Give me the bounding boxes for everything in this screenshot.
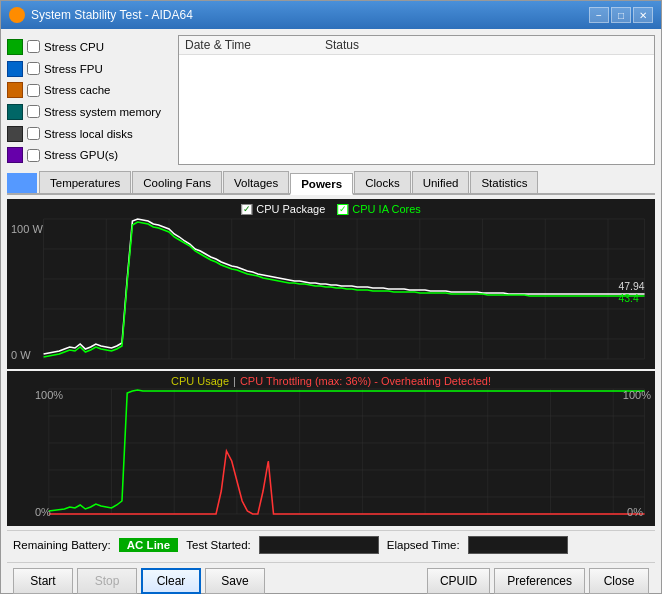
pct-0-right: 0% xyxy=(627,506,643,518)
cpu-usage-legend-label: CPU Usage xyxy=(171,375,229,387)
cpuid-button[interactable]: CPUID xyxy=(427,568,490,594)
stress-gpu-item: Stress GPU(s) xyxy=(7,145,172,165)
stress-fpu-label: Stress FPU xyxy=(44,63,103,75)
stress-cpu-checkbox[interactable] xyxy=(27,40,40,53)
svg-text:47.94: 47.94 xyxy=(618,281,644,292)
chart-top-y-min: 0 W xyxy=(11,349,31,361)
pct-100-left: 100% xyxy=(35,389,63,401)
log-panel: Date & Time Status xyxy=(178,35,655,165)
test-started-label: Test Started: xyxy=(186,539,251,551)
stress-fpu-item: Stress FPU xyxy=(7,59,172,79)
close-button[interactable]: Close xyxy=(589,568,649,594)
stress-fpu-checkbox[interactable] xyxy=(27,62,40,75)
stress-memory-item: Stress system memory xyxy=(7,102,172,122)
tab-voltages[interactable]: Voltages xyxy=(223,171,289,193)
cpu-usage-chart: CPU Usage | CPU Throttling (max: 36%) - … xyxy=(7,371,655,526)
ac-line-badge: AC Line xyxy=(119,538,178,552)
chart-top-y-max: 100 W xyxy=(11,223,43,235)
stress-disks-icon xyxy=(7,126,23,142)
tab-unified[interactable]: Unified xyxy=(412,171,470,193)
window-controls: − □ ✕ xyxy=(589,7,653,23)
log-datetime-col: Date & Time xyxy=(185,38,325,52)
maximize-button[interactable]: □ xyxy=(611,7,631,23)
right-buttons: CPUID Preferences Close xyxy=(427,568,649,594)
main-window: System Stability Test - AIDA64 − □ ✕ Str… xyxy=(0,0,662,594)
legend-cpu-ia-label: CPU IA Cores xyxy=(352,203,420,215)
stress-cache-label: Stress cache xyxy=(44,84,110,96)
stress-cache-icon xyxy=(7,82,23,98)
legend-cpu-package-label: CPU Package xyxy=(256,203,325,215)
charts-section: ✓ CPU Package ✓ CPU IA Cores 100 W 0 W xyxy=(7,199,655,526)
status-bar: Remaining Battery: AC Line Test Started:… xyxy=(7,530,655,558)
battery-label: Remaining Battery: xyxy=(13,539,111,551)
legend-cpu-ia-cores: ✓ CPU IA Cores xyxy=(337,203,420,215)
tab-active-indicator xyxy=(7,173,37,193)
stop-button[interactable]: Stop xyxy=(77,568,137,594)
throttle-legend-label: CPU Throttling (max: 36%) - Overheating … xyxy=(240,375,491,387)
power-chart-svg: 47.94 43.4 xyxy=(7,199,655,369)
window-title: System Stability Test - AIDA64 xyxy=(31,8,589,22)
stress-gpu-label: Stress GPU(s) xyxy=(44,149,118,161)
test-started-value xyxy=(259,536,379,554)
left-buttons: Start Stop Clear Save xyxy=(13,568,265,594)
top-section: Stress CPU Stress FPU Stress cache Stres… xyxy=(7,35,655,165)
tab-statistics[interactable]: Statistics xyxy=(470,171,538,193)
stress-memory-icon xyxy=(7,104,23,120)
stress-gpu-checkbox[interactable] xyxy=(27,149,40,162)
start-button[interactable]: Start xyxy=(13,568,73,594)
minimize-button[interactable]: − xyxy=(589,7,609,23)
clear-button[interactable]: Clear xyxy=(141,568,201,594)
legend-cpu-package-checkbox[interactable]: ✓ xyxy=(241,204,252,215)
cpu-usage-chart-svg xyxy=(7,371,655,526)
tab-clocks[interactable]: Clocks xyxy=(354,171,411,193)
chart-bottom-legend: CPU Usage | CPU Throttling (max: 36%) - … xyxy=(171,375,491,387)
stress-cpu-label: Stress CPU xyxy=(44,41,104,53)
stress-fpu-icon xyxy=(7,61,23,77)
power-chart: ✓ CPU Package ✓ CPU IA Cores 100 W 0 W xyxy=(7,199,655,369)
main-content: Stress CPU Stress FPU Stress cache Stres… xyxy=(1,29,661,594)
close-window-button[interactable]: ✕ xyxy=(633,7,653,23)
buttons-bar: Start Stop Clear Save CPUID Preferences … xyxy=(7,562,655,594)
pct-100-right: 100% xyxy=(623,389,651,401)
legend-cpu-ia-checkbox[interactable]: ✓ xyxy=(337,204,348,215)
stress-disks-checkbox[interactable] xyxy=(27,127,40,140)
stress-memory-checkbox[interactable] xyxy=(27,105,40,118)
preferences-button[interactable]: Preferences xyxy=(494,568,585,594)
title-bar: System Stability Test - AIDA64 − □ ✕ xyxy=(1,1,661,29)
tab-powers[interactable]: Powers xyxy=(290,173,353,195)
chart-top-legend: ✓ CPU Package ✓ CPU IA Cores xyxy=(241,203,421,215)
stress-disks-item: Stress local disks xyxy=(7,124,172,144)
app-icon xyxy=(9,7,25,23)
stress-cache-item: Stress cache xyxy=(7,80,172,100)
log-status-col: Status xyxy=(325,38,648,52)
stress-memory-label: Stress system memory xyxy=(44,106,161,118)
stress-cache-checkbox[interactable] xyxy=(27,84,40,97)
tab-temperatures[interactable]: Temperatures xyxy=(39,171,131,193)
log-content xyxy=(179,55,654,164)
pct-0-left: 0% xyxy=(35,506,51,518)
elapsed-time-label: Elapsed Time: xyxy=(387,539,460,551)
log-header: Date & Time Status xyxy=(179,36,654,55)
stress-disks-label: Stress local disks xyxy=(44,128,133,140)
tabs-row: Temperatures Cooling Fans Voltages Power… xyxy=(7,169,655,195)
stress-cpu-icon xyxy=(7,39,23,55)
svg-text:43.4: 43.4 xyxy=(618,293,639,304)
legend-cpu-package: ✓ CPU Package xyxy=(241,203,325,215)
save-button[interactable]: Save xyxy=(205,568,265,594)
elapsed-time-value xyxy=(468,536,568,554)
tab-cooling-fans[interactable]: Cooling Fans xyxy=(132,171,222,193)
stress-options-panel: Stress CPU Stress FPU Stress cache Stres… xyxy=(7,35,172,165)
stress-cpu-item: Stress CPU xyxy=(7,37,172,57)
stress-gpu-icon xyxy=(7,147,23,163)
